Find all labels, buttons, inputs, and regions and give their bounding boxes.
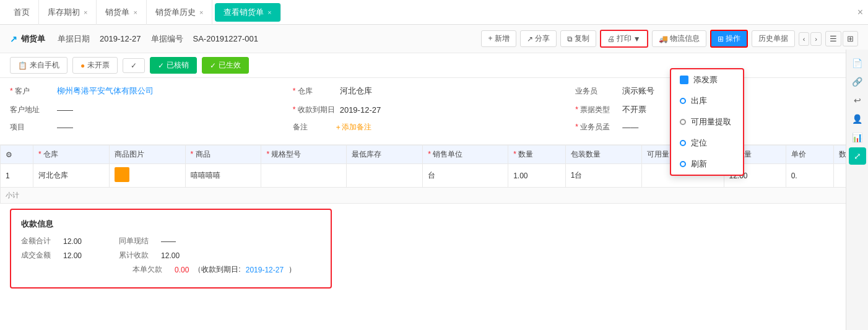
logistics-button[interactable]: 🚚 物流信息 — [652, 30, 706, 47]
tab-view-sales[interactable]: 查看销货单 × — [215, 3, 280, 22]
col-qty: 数量 — [508, 145, 566, 164]
tab-bar: 首页 库存期初 × 销货单 × 销货单历史 × 查看销货单 × × — [0, 0, 868, 25]
dropdown-add-invoice[interactable]: 添发票 — [671, 69, 743, 90]
col-min-stock: 最低库存 — [347, 145, 423, 164]
tab-sales-history-label: 销货单历史 — [155, 7, 196, 18]
owe-label: 本单欠款 — [132, 264, 170, 275]
sidebar-icon-user[interactable]: 👤 — [849, 110, 866, 128]
dropdown-locate[interactable]: 定位 — [671, 132, 743, 154]
col-price: 单价 — [786, 145, 833, 164]
cell-img — [109, 164, 185, 188]
cell-min-stock — [347, 164, 423, 188]
locate-label: 定位 — [691, 137, 707, 149]
copy-icon: ⧉ — [567, 35, 573, 43]
cell-qty: 1.00 — [508, 164, 566, 188]
doc-header: ↗ 销货单 单据日期 2019-12-27 单据编号 SA-20191227-0… — [0, 25, 868, 53]
payment-date-value: 2019-12-27 — [336, 104, 410, 116]
next-button[interactable]: › — [810, 32, 822, 46]
cell-warehouse: 河北仓库 — [33, 164, 109, 188]
share-label: 分享 — [535, 33, 550, 44]
grid-view-button[interactable]: ⊞ — [843, 31, 858, 46]
window-close-button[interactable]: × — [857, 7, 863, 18]
payment-row-3: 本单欠款 0.00 （收款到期日: 2019-12-27 ） — [21, 264, 321, 275]
from-phone-button[interactable]: 📋 来自手机 — [10, 57, 67, 74]
note-field: 备注 + 添加备注 — [293, 122, 576, 132]
tab-inventory[interactable]: 库存期初 × — [39, 0, 97, 25]
locate-icon — [680, 140, 686, 146]
warehouse-field: 仓库 河北仓库 — [293, 84, 576, 98]
doc-type-label: 销货单 — [21, 33, 45, 45]
subtotal-label: 小计 — [1, 188, 868, 204]
from-phone-icon: 📋 — [18, 61, 27, 70]
col-settings[interactable]: ⚙ — [1, 145, 33, 164]
tab-inventory-close[interactable]: × — [84, 9, 87, 16]
prev-button[interactable]: ‹ — [799, 32, 810, 46]
share-icon: ↗ — [527, 35, 533, 43]
effective-button[interactable]: ✓ 已生效 — [202, 57, 249, 74]
tab-inventory-label: 库存期初 — [48, 7, 80, 18]
available-qty-label: 可用量提取 — [691, 116, 731, 128]
print-button[interactable]: 🖨 打印 ▼ — [600, 30, 648, 48]
sidebar-icon-return[interactable]: ↩ — [849, 92, 866, 109]
tab-sales[interactable]: 销货单 × — [97, 0, 146, 25]
effective-icon: ✓ — [210, 61, 216, 70]
doc-meta: 单据日期 2019-12-27 单据编号 SA-20191227-001 — [58, 33, 258, 45]
tab-sales-label: 销货单 — [105, 7, 129, 18]
customer-value[interactable]: 柳州粤港平安气体有限公司 — [53, 84, 157, 98]
same-order-value: —— — [161, 237, 176, 246]
amount-value: 12.00 — [63, 237, 82, 246]
operate-button[interactable]: ⊞ 操作 — [710, 30, 748, 48]
refresh-label: 刷新 — [691, 158, 707, 170]
note-label: 备注 — [293, 122, 336, 132]
sidebar-icon-link[interactable]: 🔗 — [849, 73, 866, 90]
cell-product: 嘻嘻嘻嘻 — [185, 164, 261, 188]
verified-button[interactable]: ✓ 已核销 — [150, 57, 197, 74]
tab-view-sales-close[interactable]: × — [267, 9, 271, 16]
add-invoice-label: 添发票 — [693, 74, 718, 85]
share-button[interactable]: ↗ 分享 — [520, 30, 557, 47]
tab-home-label: 首页 — [14, 7, 30, 18]
view-buttons: ☰ ⊞ — [825, 31, 858, 46]
cell-spec — [261, 164, 347, 188]
check-button[interactable]: ✓ — [123, 58, 145, 73]
sidebar-icon-doc[interactable]: 📄 — [849, 54, 866, 72]
payment-row-2: 成交金额 12.00 累计收款 12.00 — [21, 250, 321, 261]
staff2-label: 业务员孟 — [575, 122, 618, 132]
customer-label: 客户 — [10, 86, 53, 97]
history-label: 历史单据 — [758, 33, 788, 44]
add-button[interactable]: + 新增 — [481, 30, 516, 47]
add-note-label: 添加备注 — [342, 122, 371, 132]
project-value: —— — [53, 121, 128, 133]
dropdown-available-qty[interactable]: 可用量提取 — [671, 111, 743, 132]
operate-label: 操作 — [726, 33, 740, 44]
dropdown-refresh[interactable]: 刷新 — [671, 154, 743, 175]
doc-title: ↗ 销货单 — [10, 33, 45, 45]
col-img: 商品图片 — [109, 145, 185, 164]
copy-label: 复制 — [575, 33, 589, 44]
col-unit: 销售单位 — [423, 145, 508, 164]
sidebar-icon-chart[interactable]: 📊 — [849, 129, 866, 146]
dropdown-outbound[interactable]: 出库 — [671, 90, 743, 111]
tab-sales-history[interactable]: 销货单历史 × — [147, 0, 212, 25]
tab-sales-history-close[interactable]: × — [199, 9, 203, 16]
payment-date-field: 收款到期日 2019-12-27 — [293, 104, 576, 116]
tab-sales-close[interactable]: × — [133, 9, 137, 16]
owe-note: （收款到期日: — [194, 264, 240, 275]
col-spec: 规格型号 — [261, 145, 347, 164]
cell-index: 1 — [1, 164, 33, 188]
col-pack: 包装数量 — [565, 145, 641, 164]
tab-home[interactable]: 首页 — [5, 0, 39, 25]
product-image — [115, 167, 129, 182]
from-phone-label: 来自手机 — [30, 60, 59, 71]
add-note-button[interactable]: + 添加备注 — [336, 122, 371, 132]
logistics-label: 物流信息 — [670, 33, 700, 44]
amount-label: 金额合计 — [21, 236, 58, 246]
effective-label: 已生效 — [219, 60, 241, 71]
not-invoiced-label: 未开票 — [87, 60, 110, 71]
list-view-button[interactable]: ☰ — [825, 31, 841, 46]
sidebar-icon-expand[interactable]: ⤢ — [849, 147, 866, 165]
not-invoiced-button[interactable]: ● 未开票 — [72, 57, 118, 74]
history-button[interactable]: 历史单据 — [752, 30, 795, 47]
payment-row-1: 金额合计 12.00 同单现结 —— — [21, 236, 321, 246]
copy-button[interactable]: ⧉ 复制 — [560, 30, 596, 47]
